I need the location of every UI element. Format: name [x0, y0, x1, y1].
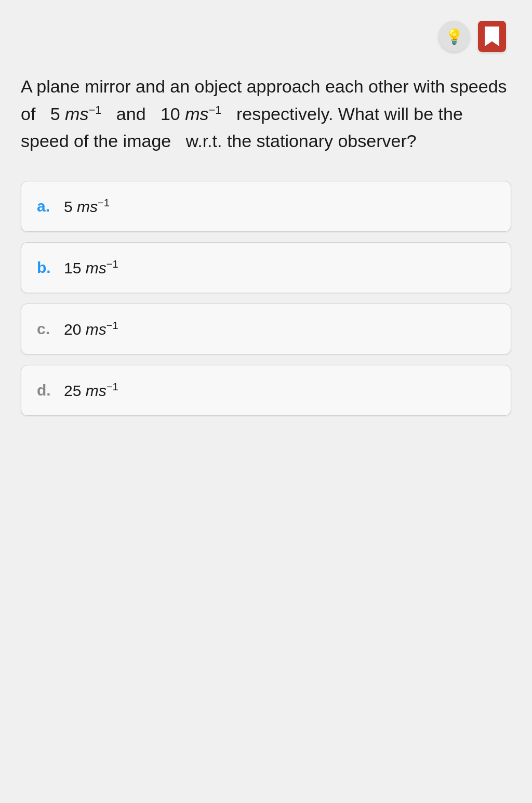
hint-button[interactable]: 💡: [438, 21, 470, 52]
option-a[interactable]: a. 5 ms−1: [21, 181, 511, 232]
option-a-text: 5 ms−1: [64, 197, 110, 216]
bookmark-icon: [485, 27, 499, 46]
option-b[interactable]: b. 15 ms−1: [21, 242, 511, 293]
option-c-label: c.: [37, 320, 56, 338]
bookmark-button[interactable]: [478, 21, 506, 52]
option-d-text: 25 ms−1: [64, 381, 118, 400]
option-c-text: 20 ms−1: [64, 320, 118, 338]
options-container: a. 5 ms−1 b. 15 ms−1 c. 20 ms−1 d. 25 ms…: [16, 181, 516, 416]
lightbulb-icon: 💡: [445, 28, 463, 45]
option-b-label: b.: [37, 259, 56, 277]
question-text: A plane mirror and an object approach ea…: [16, 73, 516, 155]
option-a-label: a.: [37, 198, 56, 215]
option-d-label: d.: [37, 381, 56, 399]
top-bar: 💡: [16, 21, 516, 52]
page-container: 💡 A plane mirror and an object approach …: [0, 0, 532, 803]
option-d[interactable]: d. 25 ms−1: [21, 365, 511, 416]
option-b-text: 15 ms−1: [64, 258, 118, 277]
option-c[interactable]: c. 20 ms−1: [21, 304, 511, 354]
